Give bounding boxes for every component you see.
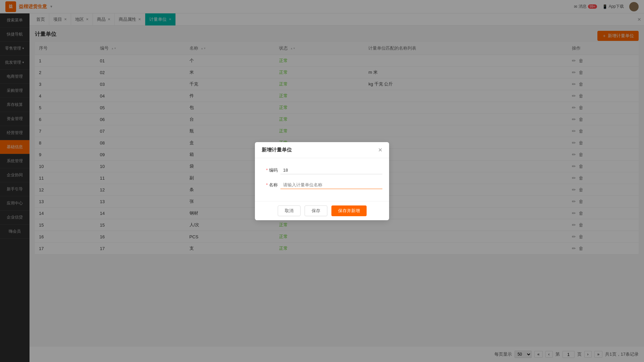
dialog-close-button[interactable]: ✕ <box>378 147 382 153</box>
add-unit-dialog: 新增计量单位 ✕ * 编码 * 名称 取消 保存 保存并新增 <box>255 142 389 220</box>
dialog-header: 新增计量单位 ✕ <box>255 142 389 158</box>
dialog-footer: 取消 保存 保存并新增 <box>255 201 389 220</box>
code-input[interactable] <box>280 166 382 174</box>
modal-overlay[interactable]: 新增计量单位 ✕ * 编码 * 名称 取消 保存 保存并新增 <box>0 0 644 362</box>
save-button[interactable]: 保存 <box>305 205 327 216</box>
name-label: * 名称 <box>262 182 278 188</box>
code-label: * 编码 <box>262 167 278 173</box>
dialog-body: * 编码 * 名称 <box>255 158 389 201</box>
form-row-code: * 编码 <box>262 166 382 174</box>
form-row-name: * 名称 <box>262 181 382 189</box>
required-mark: * <box>266 182 268 187</box>
dialog-title: 新增计量单位 <box>262 147 292 153</box>
cancel-button[interactable]: 取消 <box>278 205 301 216</box>
save-new-button[interactable]: 保存并新增 <box>331 205 367 216</box>
name-input[interactable] <box>280 181 382 189</box>
required-mark: * <box>266 168 268 173</box>
